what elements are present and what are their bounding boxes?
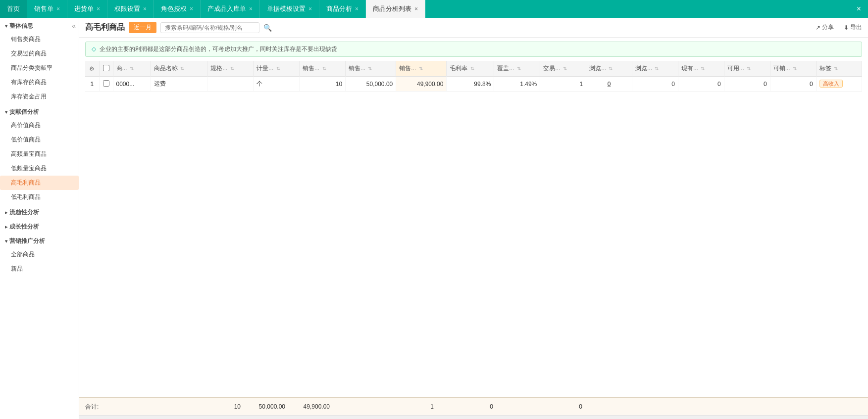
nav-home[interactable]: 首页 — [0, 0, 27, 18]
sidebar-group-marketing-analysis[interactable]: ▾ 营销推广分析 — [0, 233, 79, 247]
sidebar-group-wealth-analysis[interactable]: ▾ 贡献值分析 — [0, 104, 79, 118]
sidebar-item-in-stock-goods[interactable]: 有库存的商品 — [0, 75, 79, 90]
nav-purchase-order[interactable]: 进货单 × — [67, 0, 107, 18]
sort-spec-icon: ⇅ — [230, 66, 234, 71]
sidebar-item-new-goods[interactable]: 新品 — [0, 262, 79, 276]
browse1-link[interactable]: 0 — [608, 81, 611, 88]
cell-spec — [207, 77, 254, 92]
sort-sales-amount-icon: ⇅ — [368, 66, 372, 71]
sort-name-icon: ⇅ — [180, 66, 184, 71]
col-sales-amount[interactable]: 销售... ⇅ — [346, 61, 396, 77]
sidebar-item-stock-capital[interactable]: 库存资金占用 — [0, 90, 79, 104]
close-sales-order-icon[interactable]: × — [56, 5, 60, 12]
total-label: 合计: — [85, 403, 125, 411]
col-settings[interactable]: ⚙ — [85, 61, 99, 77]
col-transaction[interactable]: 交易... ⇅ — [540, 61, 586, 77]
main-layout: « ▾ 整体信息 销售类商品 交易过的商品 商品分类贡献率 有库存的商品 库存资… — [0, 18, 868, 419]
total-values: 10 50,000.00 49,900.00 1 0 0 — [125, 403, 862, 410]
sidebar-item-low-freq[interactable]: 低频量宝商品 — [0, 161, 79, 176]
cell-available-stock: 0 — [724, 77, 770, 92]
sidebar-group-trend-analysis[interactable]: ▸ 流趋性分析 — [0, 204, 79, 219]
col-browse2[interactable]: 浏览... ⇅ — [632, 61, 678, 77]
sort-transaction-icon: ⇅ — [563, 66, 567, 71]
sidebar-item-low-margin[interactable]: 低毛利商品 — [0, 190, 79, 204]
col-spec[interactable]: 规格... ⇅ — [207, 61, 254, 77]
col-checkbox[interactable] — [99, 61, 113, 77]
cell-checkbox[interactable] — [99, 77, 113, 92]
cell-margin-rate: 99.8% — [447, 77, 494, 92]
sidebar-item-traded-goods[interactable]: 交易过的商品 — [0, 47, 79, 61]
cell-browse2: 0 — [632, 77, 678, 92]
cell-code: 0000... — [113, 77, 151, 92]
sort-saleable-stock-icon: ⇅ — [793, 66, 797, 71]
close-product-analysis-list-icon[interactable]: × — [414, 5, 418, 12]
search-input[interactable] — [160, 22, 259, 33]
nav-sales-order[interactable]: 销售单 × — [27, 0, 67, 18]
footer-browse2: 0 — [466, 403, 496, 410]
col-code[interactable]: 商... ⇅ — [113, 61, 151, 77]
sidebar-group-overall-info[interactable]: ▾ 整体信息 — [0, 18, 79, 32]
sidebar-item-high-margin[interactable]: 高毛利商品 — [0, 176, 79, 190]
col-current-stock[interactable]: 现有... ⇅ — [678, 61, 724, 77]
col-unit[interactable]: 计量... ⇅ — [254, 61, 300, 77]
cell-sales-cost: 49,900.00 — [396, 77, 447, 92]
footer-transaction: 1 — [392, 403, 437, 410]
cell-seq: 1 — [85, 77, 99, 92]
sidebar-collapse-button[interactable]: « — [72, 22, 76, 30]
export-button[interactable]: ⬇ 导出 — [844, 23, 862, 32]
page-title: 高毛利商品 — [85, 22, 125, 33]
sidebar-item-sales-goods[interactable]: 销售类商品 — [0, 32, 79, 47]
footer-spacer4 — [437, 403, 466, 410]
filter-recent-month-button[interactable]: 近一月 — [129, 22, 156, 33]
select-all-checkbox[interactable] — [103, 65, 109, 71]
close-permission-settings-icon[interactable]: × — [143, 5, 147, 12]
col-browse1[interactable]: 浏览... ⇅ — [586, 61, 632, 77]
sort-unit-icon: ⇅ — [276, 66, 280, 71]
growth-analysis-arrow-icon: ▸ — [5, 224, 7, 230]
bottom-scrollbar[interactable] — [79, 415, 868, 419]
table-container[interactable]: ⚙ 商... ⇅ 商品名称 ⇅ — [79, 61, 868, 397]
cell-browse1[interactable]: 0 — [586, 77, 632, 92]
col-margin-rate[interactable]: 毛利率 ⇅ — [447, 61, 494, 77]
col-available-stock[interactable]: 可用... ⇅ — [724, 61, 770, 77]
nav-product-analysis[interactable]: 商品分析 × — [319, 0, 366, 18]
col-name[interactable]: 商品名称 ⇅ — [151, 61, 207, 77]
diamond-icon: ◇ — [92, 46, 96, 52]
overall-info-arrow-icon: ▾ — [5, 23, 7, 29]
close-purchase-order-icon[interactable]: × — [97, 5, 100, 12]
sidebar-group-growth-analysis[interactable]: ▸ 成长性分析 — [0, 219, 79, 233]
sidebar-item-all-goods[interactable]: 全部商品 — [0, 247, 79, 262]
close-role-permission-icon[interactable]: × — [190, 5, 193, 12]
marketing-analysis-arrow-icon: ▾ — [5, 238, 7, 244]
footer-total: 合计: 10 50,000.00 49,900.00 1 0 0 — [79, 397, 868, 415]
cell-sales-qty: 10 — [300, 77, 346, 92]
sidebar-item-high-freq[interactable]: 高频量宝商品 — [0, 147, 79, 161]
col-sales-cost[interactable]: 销售... ⇅ — [396, 61, 447, 77]
cell-transaction: 1 — [540, 77, 586, 92]
settings-icon: ⚙ — [89, 65, 95, 72]
close-order-template-icon[interactable]: × — [308, 5, 312, 12]
cell-saleable-stock: 0 — [770, 77, 816, 92]
col-saleable-stock[interactable]: 可销... ⇅ — [770, 61, 816, 77]
close-product-storage-icon[interactable]: × — [249, 5, 253, 12]
sidebar-item-high-value[interactable]: 高价值商品 — [0, 118, 79, 133]
sort-tag-icon: ⇅ — [834, 66, 838, 71]
nav-permission-settings[interactable]: 权限设置 × — [107, 0, 154, 18]
close-product-analysis-icon[interactable]: × — [355, 5, 358, 12]
sidebar-item-goods-contribution[interactable]: 商品分类贡献率 — [0, 61, 79, 75]
search-button[interactable]: 🔍 — [263, 24, 272, 32]
nav-role-permission[interactable]: 角色授权 × — [154, 0, 201, 18]
footer-spacer3 — [362, 403, 392, 410]
col-sales-qty[interactable]: 销售... ⇅ — [300, 61, 346, 77]
nav-order-template[interactable]: 单据模板设置 × — [260, 0, 319, 18]
col-tag[interactable]: 标签 ⇅ — [816, 61, 862, 77]
share-button[interactable]: ↗ 分享 — [816, 23, 834, 32]
col-coverage[interactable]: 覆盖... ⇅ — [494, 61, 540, 77]
sidebar-item-low-value[interactable]: 低价值商品 — [0, 133, 79, 147]
row-checkbox[interactable] — [103, 80, 109, 87]
trend-analysis-arrow-icon: ▸ — [5, 210, 7, 215]
nav-product-storage[interactable]: 产成品入库单 × — [201, 0, 260, 18]
nav-close-all[interactable]: × — [850, 0, 868, 18]
nav-product-analysis-list[interactable]: 商品分析列表 × — [366, 0, 425, 18]
sort-browse2-icon: ⇅ — [655, 66, 659, 71]
